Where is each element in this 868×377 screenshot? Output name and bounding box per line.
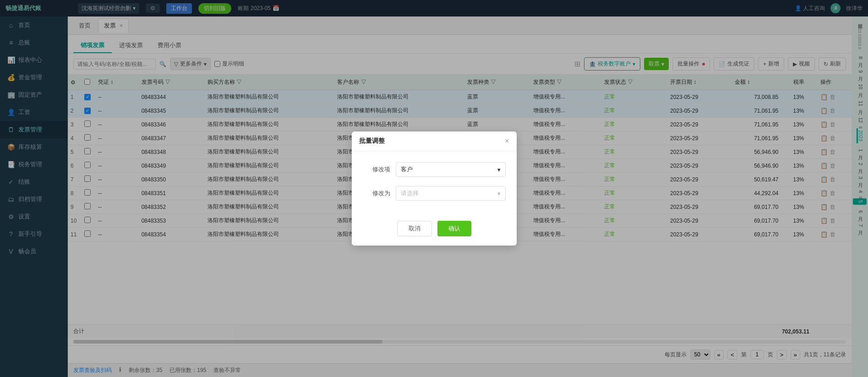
modal-title: 批量调整 xyxy=(359,137,385,145)
field-label: 修改项 xyxy=(363,165,390,174)
form-row-field: 修改项 客户 ▾ xyxy=(363,162,506,177)
field-select[interactable]: 客户 ▾ xyxy=(396,162,506,177)
chevron-down-icon: ▾ xyxy=(497,166,501,173)
modal-header: 批量调整 × xyxy=(352,131,517,151)
cancel-button[interactable]: 取消 xyxy=(397,221,432,236)
modal-body: 修改项 客户 ▾ 修改为 请选择 ▾ xyxy=(352,151,517,217)
chevron-down-icon: ▾ xyxy=(497,190,501,197)
value-select[interactable]: 请选择 ▾ xyxy=(396,186,506,201)
modal-overlay: 批量调整 × 修改项 客户 ▾ 修改为 请选择 ▾ 取消 确认 xyxy=(0,0,868,377)
modal-footer: 取消 确认 xyxy=(352,217,517,246)
form-row-value: 修改为 请选择 ▾ xyxy=(363,186,506,201)
value-label: 修改为 xyxy=(363,189,390,197)
close-icon[interactable]: × xyxy=(505,137,509,145)
value-placeholder: 请选择 xyxy=(401,189,419,197)
batch-adjust-modal: 批量调整 × 修改项 客户 ▾ 修改为 请选择 ▾ 取消 确认 xyxy=(352,131,517,246)
confirm-button[interactable]: 确认 xyxy=(437,221,471,236)
field-value: 客户 xyxy=(401,165,413,174)
